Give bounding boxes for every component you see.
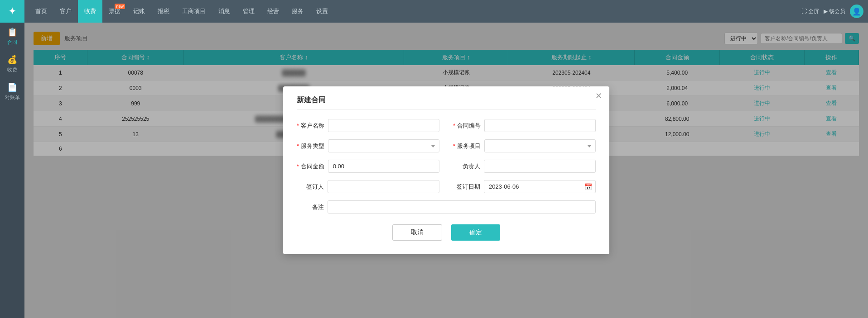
- responsible-input[interactable]: [484, 160, 596, 173]
- customer-name-label: 客户名称: [297, 122, 324, 130]
- avatar[interactable]: 👤: [850, 5, 863, 18]
- field-contract-no: 合同编号: [453, 119, 596, 132]
- nav-business[interactable]: 工商项目: [176, 0, 212, 23]
- nav-management[interactable]: 管理: [236, 0, 261, 23]
- remark-input[interactable]: [328, 200, 596, 214]
- customer-name-input[interactable]: [328, 119, 439, 132]
- new-badge: new: [115, 4, 125, 9]
- contract-no-label: 合同编号: [453, 122, 481, 130]
- modal-title: 新建合同: [297, 95, 596, 110]
- modal-close-button[interactable]: ✕: [595, 92, 602, 100]
- sign-date-wrap: 📅: [484, 180, 596, 193]
- nav-settings[interactable]: 设置: [310, 0, 334, 23]
- modal-actions: 取消 确定: [297, 224, 596, 241]
- member-button[interactable]: ▶ 畅会员: [824, 8, 845, 15]
- service-type-label: 服务类型: [297, 142, 324, 150]
- calendar-icon[interactable]: 📅: [584, 183, 592, 190]
- sidebar-item-contract[interactable]: 📋 合同: [0, 23, 24, 50]
- field-responsible: 负责人: [453, 160, 596, 173]
- sidebar-item-billing[interactable]: 💰 收费: [0, 50, 24, 78]
- fullscreen-button[interactable]: ⛶ 全屏: [801, 8, 819, 15]
- modal-overlay: ✕ 新建合同 客户名称 合同编号 服务类型: [24, 23, 868, 318]
- contract-amount-input[interactable]: [328, 160, 439, 173]
- service-item-select[interactable]: [484, 139, 596, 152]
- new-contract-modal: ✕ 新建合同 客户名称 合同编号 服务类型: [283, 86, 609, 254]
- nav-customer[interactable]: 客户: [53, 0, 78, 23]
- nav-records[interactable]: 记账: [127, 0, 151, 23]
- service-item-label: 服务项目: [453, 142, 481, 150]
- nav-billing[interactable]: 收费: [78, 0, 102, 23]
- logo-icon: ✦: [8, 5, 16, 17]
- responsible-label: 负责人: [453, 162, 480, 171]
- field-service-type: 服务类型: [297, 139, 439, 152]
- field-remark: 备注: [297, 200, 596, 214]
- nav-invoice[interactable]: 票据 new: [102, 0, 127, 23]
- sign-date-input[interactable]: [484, 180, 596, 193]
- modal-form: 客户名称 合同编号 服务类型 服务项目: [297, 119, 596, 214]
- topnav-right: ⛶ 全屏 ▶ 畅会员 👤: [801, 5, 863, 18]
- field-service-item: 服务项目: [453, 139, 596, 152]
- statement-icon: 📄: [7, 82, 17, 92]
- sidebar-item-label-statement: 对账单: [5, 94, 20, 101]
- main-area: 首页 客户 收费 票据 new 记账 报税 工商项目 消息 管理 经营: [24, 0, 868, 318]
- sidebar-item-statement[interactable]: 📄 对账单: [0, 78, 24, 105]
- cancel-button[interactable]: 取消: [392, 224, 442, 241]
- contract-icon: 📋: [7, 27, 17, 37]
- fullscreen-icon: ⛶: [801, 8, 807, 14]
- signer-label: 签订人: [297, 183, 324, 191]
- nav-tax[interactable]: 报税: [151, 0, 176, 23]
- field-contract-amount: 合同金额: [297, 160, 439, 173]
- nav-operations[interactable]: 经营: [261, 0, 285, 23]
- service-type-select[interactable]: [328, 139, 439, 152]
- play-icon: ▶: [824, 8, 828, 14]
- field-sign-date: 签订日期 📅: [453, 180, 596, 193]
- remark-label: 备注: [297, 203, 324, 211]
- nav-message[interactable]: 消息: [212, 0, 236, 23]
- topnav: 首页 客户 收费 票据 new 记账 报税 工商项目 消息 管理 经营: [24, 0, 868, 23]
- contract-amount-label: 合同金额: [297, 162, 324, 171]
- billing-icon: 💰: [7, 55, 17, 65]
- signer-input[interactable]: [328, 180, 439, 193]
- confirm-button[interactable]: 确定: [451, 224, 500, 241]
- sidebar-item-label-contract: 合同: [7, 39, 17, 46]
- contract-no-input[interactable]: [484, 119, 596, 132]
- sidebar-item-label-billing: 收费: [7, 66, 17, 73]
- field-signer: 签订人: [297, 180, 439, 193]
- sidebar: ✦ 📋 合同 💰 收费 📄 对账单: [0, 0, 24, 318]
- content-area: 新增 服务项目 进行中 已完成 已取消 🔍 序号 合同编号 ↕ 客户名称 ↕ 服…: [24, 23, 868, 318]
- nav-home[interactable]: 首页: [29, 0, 53, 23]
- field-customer-name: 客户名称: [297, 119, 439, 132]
- avatar-icon: 👤: [852, 7, 861, 16]
- app-logo[interactable]: ✦: [0, 0, 24, 23]
- sign-date-label: 签订日期: [453, 183, 480, 191]
- nav-service[interactable]: 服务: [285, 0, 310, 23]
